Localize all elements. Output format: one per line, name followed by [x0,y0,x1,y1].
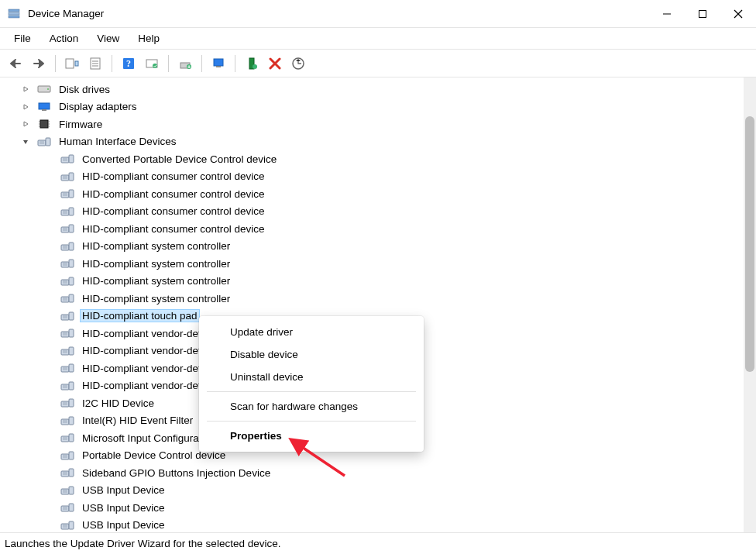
svg-rect-122 [61,506,69,511]
tree-device-label: HID-compliant consumer control device [80,188,267,201]
svg-text:?: ? [126,58,131,69]
update-driver-button[interactable] [141,53,163,74]
svg-rect-62 [61,245,69,250]
svg-rect-30 [42,109,46,111]
tree-device-label: HID-compliant system controller [80,292,232,305]
menu-view[interactable]: View [88,29,129,47]
chevron-right-icon[interactable] [20,84,31,95]
svg-rect-42 [61,157,69,163]
svg-rect-95 [69,382,74,390]
menu-file[interactable]: File [5,29,40,47]
hid-device-icon [60,415,74,427]
tree-device[interactable]: USB Input Device [0,482,744,500]
tree-category[interactable]: Human Interface Devices [0,133,744,151]
menu-action[interactable]: Action [40,29,88,47]
tree-device[interactable]: HID-compliant consumer control device [0,168,744,186]
context-menu-item[interactable]: Disable device [199,343,424,366]
svg-rect-7 [66,59,74,68]
context-menu-item[interactable]: Update driver [199,321,424,343]
svg-rect-103 [69,417,74,425]
svg-rect-102 [61,419,69,425]
svg-rect-39 [46,138,50,146]
tree-device[interactable]: HID-compliant system controller [0,290,744,308]
svg-rect-115 [69,469,74,477]
svg-rect-43 [69,155,74,163]
tree-device-label: USB Input Device [80,483,167,497]
context-menu-item[interactable]: Uninstall device [199,366,424,388]
svg-rect-38 [38,140,46,146]
tree-device[interactable]: USB Input Device [0,499,744,517]
close-button[interactable] [720,0,756,28]
svg-rect-1 [9,12,19,15]
svg-rect-21 [216,66,221,67]
svg-rect-90 [61,366,69,372]
hid-device-icon [60,397,74,409]
svg-rect-54 [61,210,69,215]
context-menu-separator [207,421,416,422]
svg-rect-119 [69,487,74,494]
chevron-right-icon[interactable] [20,119,31,129]
tree-device[interactable]: Sideband GPIO Buttons Injection Device [0,464,744,482]
menu-help[interactable]: Help [129,29,169,47]
svg-rect-123 [69,504,74,511]
chevron-right-icon[interactable] [20,102,31,112]
menu-bar: File Action View Help [0,28,756,50]
context-menu-item[interactable]: Scan for hardware changes [199,395,424,418]
disable-device-button[interactable] [264,53,286,74]
scroll-thumb[interactable] [745,116,754,372]
svg-rect-127 [69,521,74,529]
device-tree[interactable]: Disk drivesDisplay adaptersFirmwareHuman… [0,77,744,532]
chevron-down-icon[interactable] [20,136,31,147]
enable-device-button[interactable] [241,53,263,74]
scan-hardware-button[interactable] [208,53,229,74]
tree-device[interactable]: HID-compliant system controller [0,255,744,273]
hid-device-icon [60,292,74,305]
forward-button[interactable] [28,53,50,74]
status-text: Launches the Update Driver Wizard for th… [5,538,280,549]
display-adapter-icon [37,101,51,113]
svg-rect-20 [214,59,223,66]
tree-category[interactable]: Display adapters [0,98,744,116]
svg-rect-83 [69,329,74,337]
tree-device[interactable]: Converted Portable Device Control device [0,150,744,168]
title-bar: Device Manager [0,0,756,28]
svg-rect-106 [61,436,69,442]
hid-device-icon [60,362,74,374]
tree-device[interactable]: USB Input Device [0,517,744,533]
svg-point-28 [47,88,49,90]
hid-device-icon [60,484,74,497]
tree-device[interactable]: HID-compliant consumer control device [0,220,744,238]
maximize-button[interactable] [685,0,720,28]
context-menu-item[interactable]: Properties [199,425,424,447]
svg-rect-110 [61,454,69,459]
uninstall-device-button[interactable]: + [174,53,196,74]
hid-device-icon [60,170,74,183]
svg-rect-74 [61,297,69,302]
firmware-icon [37,118,51,130]
tree-device[interactable]: HID-compliant consumer control device [0,203,744,221]
svg-rect-31 [40,120,48,128]
tree-category-label: Human Interface Devices [57,135,179,148]
svg-rect-47 [69,173,74,181]
minimize-button[interactable] [649,0,685,28]
vertical-scrollbar[interactable] [744,77,756,532]
tree-device-label: HID-compliant system controller [80,274,232,287]
tree-device-label: HID-compliant system controller [80,257,232,270]
hid-device-icon [60,519,74,532]
back-button[interactable] [5,53,26,74]
tree-category[interactable]: Disk drives [0,81,744,98]
help-button[interactable]: ? [118,53,139,74]
svg-rect-98 [61,401,69,407]
svg-rect-94 [61,384,69,390]
tree-device[interactable]: HID-compliant system controller [0,273,744,291]
tree-device[interactable]: HID-compliant system controller [0,238,744,256]
hid-device-icon [60,275,74,287]
tree-device[interactable]: HID-compliant consumer control device [0,185,744,203]
tree-device-label: USB Input Device [80,501,167,514]
tree-category[interactable]: Firmware [0,115,744,133]
show-hide-console-button[interactable] [61,53,83,74]
tree-device-label: Converted Portable Device Control device [80,153,279,166]
properties-button[interactable] [84,53,106,74]
hid-category-icon [37,136,51,148]
add-legacy-hardware-button[interactable] [287,53,309,74]
